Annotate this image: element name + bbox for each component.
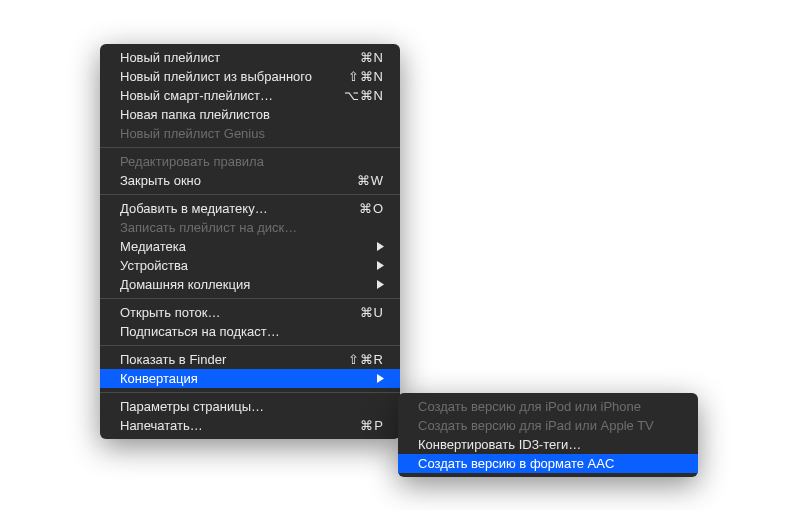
menu-item[interactable]: Конвертация [100,369,400,388]
menu-item-label: Домашняя коллекция [120,275,365,294]
convert-submenu: Создать версию для iPod или iPhoneСоздат… [398,393,698,477]
menu-item[interactable]: Показать в Finder⇧⌘R [100,350,400,369]
menu-separator [100,194,400,195]
menu-item-label: Показать в Finder [120,350,336,369]
menu-item-label: Добавить в медиатеку… [120,199,347,218]
menu-item[interactable]: Подписаться на подкаст… [100,322,400,341]
menu-item[interactable]: Закрыть окно⌘W [100,171,400,190]
menu-shortcut: ⌘P [360,416,384,435]
menu-separator [100,392,400,393]
menu-item[interactable]: Медиатека [100,237,400,256]
menu-item-label: Новый плейлист [120,48,348,67]
menu-item: Создать версию для iPad или Apple TV [398,416,698,435]
menu-shortcut: ⌘W [357,171,384,190]
menu-item[interactable]: Устройства [100,256,400,275]
submenu-arrow-icon [377,374,384,383]
submenu-arrow-icon [377,280,384,289]
menu-item: Редактировать правила [100,152,400,171]
menu-item-label: Редактировать правила [120,152,384,171]
menu-item: Создать версию для iPod или iPhone [398,397,698,416]
menu-shortcut: ⌘N [360,48,384,67]
menu-item: Новый плейлист Genius [100,124,400,143]
menu-item-label: Напечатать… [120,416,348,435]
menu-item[interactable]: Новый смарт-плейлист…⌥⌘N [100,86,400,105]
menu-item[interactable]: Новый плейлист⌘N [100,48,400,67]
menu-shortcut: ⌘O [359,199,384,218]
menu-item[interactable]: Новая папка плейлистов [100,105,400,124]
menu-shortcut: ⇧⌘R [348,350,384,369]
menu-item-label: Новая папка плейлистов [120,105,384,124]
menu-separator [100,345,400,346]
menu-item[interactable]: Конвертировать ID3-теги… [398,435,698,454]
menu-item-label: Новый смарт-плейлист… [120,86,332,105]
menu-item[interactable]: Параметры страницы… [100,397,400,416]
menu-item-label: Подписаться на подкаст… [120,322,384,341]
menu-item[interactable]: Создать версию в формате AAC [398,454,698,473]
menu-item: Записать плейлист на диск… [100,218,400,237]
menu-item[interactable]: Открыть поток…⌘U [100,303,400,322]
menu-item[interactable]: Домашняя коллекция [100,275,400,294]
menu-item-label: Параметры страницы… [120,397,384,416]
menu-shortcut: ⌥⌘N [344,86,384,105]
menu-item-label: Открыть поток… [120,303,348,322]
menu-item-label: Медиатека [120,237,365,256]
submenu-arrow-icon [377,261,384,270]
menu-item[interactable]: Добавить в медиатеку…⌘O [100,199,400,218]
menu-item-label: Создать версию для iPad или Apple TV [418,416,682,435]
menu-separator [100,147,400,148]
menu-item-label: Новый плейлист Genius [120,124,384,143]
menu-item-label: Устройства [120,256,365,275]
menu-item-label: Закрыть окно [120,171,345,190]
menu-item[interactable]: Напечатать…⌘P [100,416,400,435]
menu-item-label: Создать версию для iPod или iPhone [418,397,682,416]
menu-shortcut: ⇧⌘N [348,67,384,86]
submenu-arrow-icon [377,242,384,251]
menu-item-label: Новый плейлист из выбранного [120,67,336,86]
menu-item-label: Создать версию в формате AAC [418,454,682,473]
menu-separator [100,298,400,299]
menu-item-label: Конвертация [120,369,365,388]
menu-item-label: Записать плейлист на диск… [120,218,384,237]
menu-item[interactable]: Новый плейлист из выбранного⇧⌘N [100,67,400,86]
menu-shortcut: ⌘U [360,303,384,322]
menu-item-label: Конвертировать ID3-теги… [418,435,682,454]
file-menu: Новый плейлист⌘NНовый плейлист из выбран… [100,44,400,439]
